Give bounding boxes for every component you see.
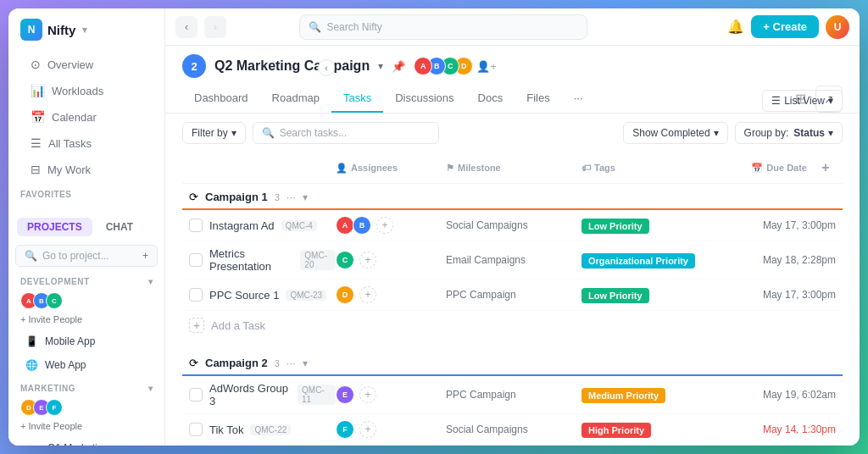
notification-icon[interactable]: 🔔 [727, 19, 744, 35]
assignees-cell: E + [336, 385, 446, 404]
app-container: N Nifty ▾ ⊙ Overview 📊 Workloads 📅 Calen… [8, 8, 860, 446]
table-row: AdWords Group 3 QMC-11 E + PPC Campaign … [182, 376, 843, 414]
assignees-icon: 👤 [336, 163, 348, 174]
tab-dashboard[interactable]: Dashboard [182, 85, 260, 113]
tab-tasks[interactable]: Tasks [331, 85, 383, 113]
group-by-button[interactable]: Group by: Status ▾ [735, 122, 843, 144]
add-task-row-1[interactable]: + Add a Task [182, 311, 843, 340]
add-assignee-button[interactable]: + [359, 386, 376, 403]
tab-chat[interactable]: CHAT [96, 218, 143, 236]
sidebar-item-q1-marketing[interactable]: 1 Q1 Marketing Campaign [14, 437, 159, 446]
task-name[interactable]: Metrics Presentation [209, 247, 293, 273]
project-title-dropdown[interactable]: ▾ [378, 60, 383, 72]
task-name[interactable]: Instagram Ad [209, 219, 275, 232]
chevron-down-icon[interactable]: ▾ [303, 191, 308, 203]
sidebar-item-web-app[interactable]: 🌐 Web App [14, 354, 159, 376]
sidebar-search[interactable]: 🔍 Go to project... + [15, 245, 158, 267]
show-completed-button[interactable]: Show Completed ▾ [623, 122, 727, 144]
task-checkbox[interactable] [189, 423, 203, 436]
avatar: D [336, 285, 354, 304]
task-name[interactable]: AdWords Group 3 [209, 382, 291, 407]
add-assignee-button[interactable]: + [359, 421, 376, 438]
global-search[interactable]: 🔍 Search Nifty [299, 14, 587, 40]
add-project-icon[interactable]: + [142, 250, 148, 262]
tab-projects[interactable]: PROJECTS [17, 218, 92, 236]
user-avatar[interactable]: U [826, 15, 849, 39]
task-name[interactable]: PPC Source 1 [209, 289, 279, 302]
milestone-cell: Email Campaigns [446, 254, 581, 266]
sidebar-item-calendar[interactable]: 📅 Calendar [19, 104, 154, 130]
sidebar-item-overview[interactable]: ⊙ Overview [19, 52, 154, 77]
search-placeholder: Search tasks... [280, 127, 347, 139]
table-row: PPC Source 1 QMC-23 D + PPC Campaign Low… [182, 280, 843, 311]
pin-icon: 📌 [392, 60, 405, 73]
web-app-icon: 🌐 [25, 359, 38, 371]
my-work-icon: ⊟ [31, 163, 41, 176]
add-column-button[interactable]: + [815, 158, 836, 178]
tab-more[interactable]: ··· [562, 85, 595, 113]
tab-discussions[interactable]: Discussions [383, 85, 465, 113]
more-options-icon[interactable]: ··· [287, 357, 296, 369]
task-checkbox[interactable] [189, 253, 203, 267]
nav-back-button[interactable]: ‹ [175, 16, 198, 38]
tag-badge: Low Priority [581, 288, 649, 303]
chevron-down-icon[interactable]: ▾ [303, 357, 308, 369]
sidebar-item-mobile-app[interactable]: 📱 Mobile App [14, 330, 159, 352]
task-id: QMC-22 [250, 424, 291, 435]
sidebar-item-label: My Work [47, 163, 91, 176]
table-row: Instagram Ad QMC-4 A B + Social Campaign… [182, 210, 843, 241]
campaign-count: 3 [275, 358, 280, 368]
sidebar-item-my-work[interactable]: ⊟ My Work [19, 157, 154, 182]
tab-files[interactable]: Files [515, 85, 561, 113]
search-icon: 🔍 [25, 250, 37, 262]
th-task [189, 158, 336, 178]
task-checkbox[interactable] [189, 388, 203, 401]
chevron-down-icon[interactable]: ▾ [148, 384, 153, 393]
tab-roadmap[interactable]: Roadmap [260, 85, 331, 113]
task-area: 👤 Assignees ⚑ Milestone 🏷 Tags 📅 Due Dat… [165, 152, 860, 446]
sidebar-item-workloads[interactable]: 📊 Workloads [19, 78, 154, 103]
due-date-cell: May 17, 3:00pm [717, 219, 836, 231]
sidebar-collapse-button[interactable]: ‹ [318, 59, 335, 76]
campaign-name[interactable]: Campaign 2 [205, 357, 268, 369]
invite-people-marketing[interactable]: + Invite People [8, 419, 164, 436]
search-placeholder: Search Nifty [326, 21, 381, 33]
more-options-icon[interactable]: ··· [287, 191, 296, 203]
campaign-count: 3 [275, 192, 280, 202]
task-search[interactable]: 🔍 Search tasks... [253, 122, 439, 144]
nav-forward-button[interactable]: › [204, 16, 226, 38]
tab-docs[interactable]: Docs [466, 85, 515, 113]
invite-people-dev[interactable]: + Invite People [8, 313, 164, 329]
add-assignee-button[interactable]: + [359, 252, 376, 269]
task-checkbox[interactable] [189, 288, 203, 302]
app-logo[interactable]: N Nifty ▾ [8, 8, 164, 51]
sidebar-item-all-tasks[interactable]: ☰ All Tasks [19, 130, 154, 156]
calendar-icon: 📅 [31, 110, 45, 124]
main-content: ‹ ‹ › 🔍 Search Nifty 🔔 + Create U 2 Q2 M… [165, 8, 860, 446]
list-view-icon: ☰ [771, 95, 781, 107]
task-name[interactable]: Tik Tok [209, 424, 243, 436]
milestone-icon: ⚑ [446, 163, 454, 174]
chevron-down-icon: ▾ [828, 127, 833, 139]
filter-button[interactable]: Filter by ▾ [182, 122, 246, 144]
tags-icon: 🏷 [581, 163, 591, 173]
add-member-icon[interactable]: 👤+ [476, 60, 497, 73]
avatar: E [336, 385, 354, 404]
topbar-right: 🔔 + Create U [727, 15, 849, 39]
marketing-avatars: D E F [8, 396, 164, 419]
milestone-cell: PPC Campaign [446, 289, 581, 301]
campaign-group-1: ⟳ Campaign 1 3 ··· ▾ Instagram Ad QMC-4 … [182, 184, 843, 340]
add-assignee-button[interactable]: + [376, 217, 393, 234]
tag-badge: Low Priority [581, 219, 649, 234]
th-tags: 🏷 Tags [581, 158, 717, 178]
campaign-group-2: ⟳ Campaign 2 3 ··· ▾ AdWords Group 3 QMC… [182, 350, 843, 446]
create-button[interactable]: + Create [751, 15, 819, 38]
add-assignee-button[interactable]: + [359, 286, 376, 303]
chevron-down-icon[interactable]: ▾ [148, 277, 153, 286]
view-controls: ☰ List View ▾ [762, 90, 843, 112]
all-tasks-icon: ☰ [31, 136, 42, 150]
list-view-button[interactable]: ☰ List View ▾ [762, 90, 843, 112]
task-checkbox[interactable] [189, 219, 203, 232]
assignees-cell: D + [336, 285, 446, 304]
campaign-name[interactable]: Campaign 1 [205, 191, 268, 203]
